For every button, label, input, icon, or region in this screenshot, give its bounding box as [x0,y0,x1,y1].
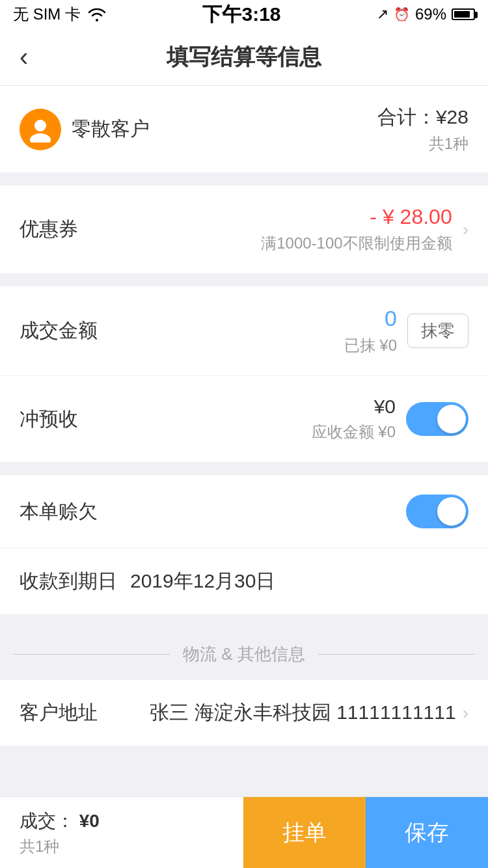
logistics-divider: 物流 & 其他信息 [0,628,488,680]
bottom-bar: 成交： ¥0 共1种 挂单 保存 [0,796,488,868]
save-button[interactable]: 保存 [366,797,488,868]
prepay-label: 冲预收 [20,406,78,433]
status-right: ↗ ⏰ 69% [377,5,475,23]
due-date-row: 收款到期日 2019年12月30日 [0,549,488,615]
bottom-deal-text: 成交： [20,811,74,831]
address-section[interactable]: 客户地址 张三 海淀永丰科技园 11111111111 › [0,680,488,746]
coupon-label: 优惠券 [20,216,78,243]
battery-percent: 69% [415,5,446,23]
prepay-value-col: ¥0 应收金额 ¥0 [312,396,396,442]
deal-amount-label: 成交金额 [20,318,98,344]
bottom-deal-value: ¥0 [79,811,100,831]
deal-amount-sub: 已抹 ¥0 [344,335,397,356]
debt-label: 本单赊欠 [20,498,98,525]
location-icon: ↗ [377,6,388,23]
bottom-deal-label: 成交： ¥0 [20,809,224,834]
battery-icon [452,8,475,20]
due-date-value: 2019年12月30日 [130,568,275,595]
gap-4 [0,615,488,628]
coupon-right: - ¥ 28.00 满1000-100不限制使用金额 › [261,205,468,254]
bottom-deal-info: 成交： ¥0 共1种 [0,809,243,857]
status-bar: 无 SIM 卡 下午3:18 ↗ ⏰ 69% [0,0,488,29]
coupon-value-col: - ¥ 28.00 满1000-100不限制使用金额 [261,205,452,254]
customer-right: 合计：¥28 共1种 [377,104,468,154]
address-chevron-icon: › [463,703,468,724]
deal-amount-col: 0 已抹 ¥0 [344,306,397,356]
address-label: 客户地址 [20,699,98,726]
deal-amount-value: 0 [344,306,397,331]
address-row[interactable]: 客户地址 张三 海淀永丰科技园 11111111111 › [0,680,488,746]
due-date-label: 收款到期日 [20,568,117,595]
sim-label: 无 SIM 卡 [13,4,81,25]
debt-section: 本单赊欠 收款到期日 2019年12月30日 [0,475,488,615]
avatar-icon [27,116,53,142]
maling-button[interactable]: 抹零 [407,314,468,348]
coupon-sub: 满1000-100不限制使用金额 [261,233,452,254]
prepay-value: ¥0 [312,396,396,418]
avatar [20,109,61,150]
hang-button[interactable]: 挂单 [243,797,366,868]
debt-right [406,495,468,528]
coupon-row[interactable]: 优惠券 - ¥ 28.00 满1000-100不限制使用金额 › [0,185,488,273]
coupon-chevron-icon: › [463,219,468,240]
svg-point-1 [30,133,51,142]
status-time: 下午3:18 [202,1,280,28]
debt-row: 本单赊欠 [0,475,488,549]
address-value: 张三 海淀永丰科技园 11111111111 [98,699,456,726]
customer-left: 零散客户 [20,109,150,150]
status-left: 无 SIM 卡 [13,4,107,25]
logistics-label: 物流 & 其他信息 [183,643,305,666]
page-title: 填写结算等信息 [167,42,321,72]
bottom-deal-count: 共1种 [20,836,224,857]
main-content: 零散客户 合计：¥28 共1种 优惠券 - ¥ 28.00 满1000-100不… [0,86,488,824]
gap-2 [0,273,488,286]
debt-toggle-circle [437,497,466,526]
gap-1 [0,172,488,185]
deal-amount-right: 0 已抹 ¥0 抹零 [344,306,468,356]
nav-bar: ‹ 填写结算等信息 [0,29,488,86]
svg-point-0 [34,120,46,131]
coupon-value: - ¥ 28.00 [261,205,452,229]
total-amount: 合计：¥28 [377,104,468,131]
toggle-circle [437,405,466,433]
debt-toggle[interactable] [406,495,468,528]
gap-3 [0,462,488,475]
back-button[interactable]: ‹ [20,42,28,72]
deal-prepay-section: 成交金额 0 已抹 ¥0 抹零 冲预收 ¥0 应收金额 ¥0 [0,286,488,462]
prepay-row: 冲预收 ¥0 应收金额 ¥0 [0,376,488,462]
coupon-section[interactable]: 优惠券 - ¥ 28.00 满1000-100不限制使用金额 › [0,185,488,273]
total-count: 共1种 [377,133,468,154]
prepay-sub: 应收金额 ¥0 [312,422,396,442]
wifi-icon [87,7,107,21]
customer-section: 零散客户 合计：¥28 共1种 [0,86,488,172]
bottom-buttons: 挂单 保存 [243,797,488,868]
prepay-toggle[interactable] [406,402,468,436]
prepay-right: ¥0 应收金额 ¥0 [312,396,468,442]
deal-amount-row: 成交金额 0 已抹 ¥0 抹零 [0,286,488,376]
customer-name: 零散客户 [72,116,150,142]
alarm-icon: ⏰ [394,7,410,22]
